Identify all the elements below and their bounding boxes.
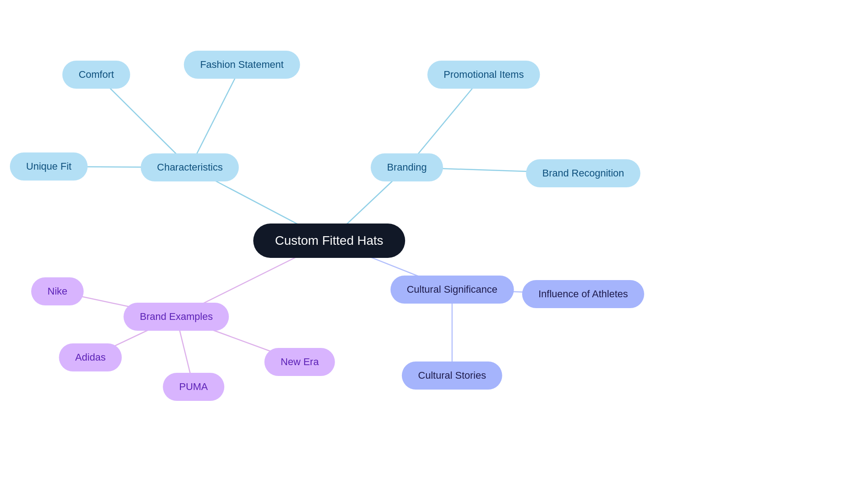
center-node: Custom Fitted Hats (253, 224, 405, 258)
svg-line-2 (190, 65, 242, 167)
athletes-node: Influence of Athletes (522, 280, 644, 308)
branding-node: Branding (371, 153, 443, 181)
brand-recognition-node: Brand Recognition (526, 159, 640, 187)
puma-node: PUMA (163, 373, 224, 401)
brand-examples-node: Brand Examples (123, 303, 229, 331)
characteristics-node: Characteristics (141, 153, 239, 181)
new-era-node: New Era (264, 348, 335, 376)
fashion-node: Fashion Statement (184, 51, 300, 79)
comfort-node: Comfort (62, 61, 130, 89)
stories-node: Cultural Stories (402, 362, 502, 390)
cultural-node: Cultural Significance (391, 276, 514, 304)
promotional-node: Promotional Items (427, 61, 540, 89)
unique-fit-node: Unique Fit (10, 152, 88, 181)
adidas-node: Adidas (59, 343, 122, 371)
nike-node: Nike (31, 277, 84, 305)
